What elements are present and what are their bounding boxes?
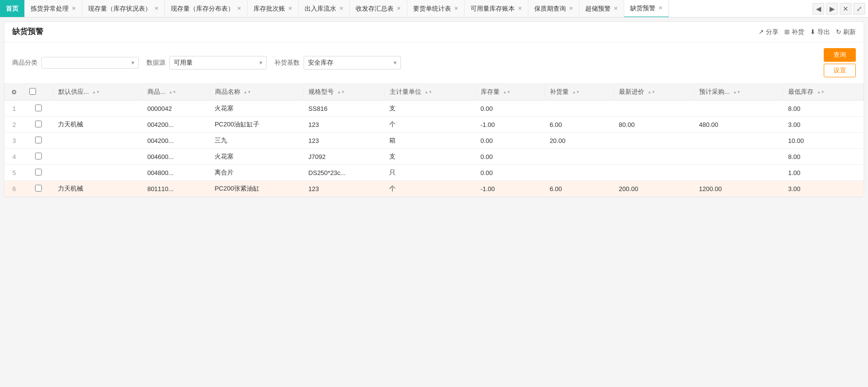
row-checkbox-2[interactable] xyxy=(35,121,42,127)
th-latest-price[interactable]: 最新进价 ▲▼ xyxy=(614,84,694,101)
share-button[interactable]: ↗ 分享 xyxy=(759,28,778,36)
row-product-name-2: PC200油缸缸子 xyxy=(210,117,304,133)
export-button[interactable]: ⬇ 导出 xyxy=(810,28,830,36)
table-header-row: ⚙ 默认供应... ▲▼ 商品... ▲▼ 商品名称 xyxy=(4,84,864,101)
nav-tab-expiry[interactable]: 保质期查询 ✕ xyxy=(528,0,579,18)
nav-tab-available[interactable]: 可用量库存账本 ✕ xyxy=(465,0,528,18)
th-stock[interactable]: 库存量 ▲▼ xyxy=(475,84,544,101)
close-shortage-tab[interactable]: ✕ xyxy=(658,5,663,11)
close-batch-tab[interactable]: ✕ xyxy=(288,5,292,12)
row-spec-1: SS816 xyxy=(304,101,385,117)
nav-tab-shortage[interactable]: 缺货预警 ✕ xyxy=(624,0,669,18)
table-row: 6 力天机械 801110... PC200张紧油缸 123 个 -1.00 6… xyxy=(4,181,864,197)
close-stock-status-tab[interactable]: ✕ xyxy=(154,5,159,12)
row-unit-1: 支 xyxy=(384,101,475,117)
row-latest-price-1 xyxy=(614,101,694,117)
row-spec-5: DS250*23c... xyxy=(304,165,385,181)
row-product-code-1: 0000042 xyxy=(143,101,210,117)
th-gear[interactable]: ⚙ xyxy=(4,84,24,101)
close-available-tab[interactable]: ✕ xyxy=(518,5,522,12)
settings-button[interactable]: 设置 xyxy=(824,64,856,77)
export-icon: ⬇ xyxy=(810,28,815,35)
th-product-code[interactable]: 商品... ▲▼ xyxy=(143,84,210,101)
spec-sort-icon: ▲▼ xyxy=(337,90,345,94)
replenish-basis-filter-group: 补货基数 安全库存 ▾ xyxy=(274,56,401,70)
refresh-button[interactable]: ↻ 刷新 xyxy=(836,28,856,36)
data-table: ⚙ 默认供应... ▲▼ 商品... ▲▼ 商品名称 xyxy=(4,84,864,197)
row-checkbox-4[interactable] xyxy=(35,153,42,159)
row-checkbox-1[interactable] xyxy=(35,105,42,111)
table-row: 3 004200... 三九 123 箱 0.00 20.00 10.00 xyxy=(4,133,864,149)
nav-tab-home[interactable]: 首页 xyxy=(0,0,25,18)
th-product-name[interactable]: 商品名称 ▲▼ xyxy=(210,84,304,101)
table-row: 2 力天机械 004200... PC200油缸缸子 123 个 -1.00 6… xyxy=(4,117,864,133)
row-checkbox-5[interactable] xyxy=(35,169,42,176)
nav-scroll-left[interactable]: ◀ xyxy=(813,3,824,15)
row-latest-price-6: 200.00 xyxy=(614,181,694,197)
row-spec-4: J7092 xyxy=(304,149,385,165)
category-filter-group: 商品分类 ▾ xyxy=(12,57,139,69)
replenish-button[interactable]: ⊞ 补货 xyxy=(784,28,804,36)
nav-tab-stock-status[interactable]: 现存量（库存状况表） ✕ xyxy=(82,0,165,18)
nav-close-all[interactable]: ✕ xyxy=(840,3,851,15)
datasource-chevron-icon: ▾ xyxy=(259,59,262,66)
row-stock-6: -1.00 xyxy=(475,181,544,197)
close-order-stat-tab[interactable]: ✕ xyxy=(454,5,458,12)
datasource-select[interactable]: 可用量 ▾ xyxy=(169,56,267,70)
row-num-3: 3 xyxy=(4,133,24,149)
nav-tab-unusual[interactable]: 拣货异常处理 ✕ xyxy=(25,0,82,18)
th-checkbox xyxy=(24,84,53,101)
header-actions: ↗ 分享 ⊞ 补货 ⬇ 导出 ↻ 刷新 xyxy=(759,28,856,36)
nav-tab-inout[interactable]: 出入库流水 ✕ xyxy=(299,0,350,18)
nav-tab-stock-dist[interactable]: 现存量（库存分布表） ✕ xyxy=(165,0,248,18)
row-min-stock-2: 3.00 xyxy=(783,117,864,133)
row-est-purchase-6: 1200.00 xyxy=(694,181,783,197)
row-latest-price-5 xyxy=(614,165,694,181)
th-unit[interactable]: 主计量单位 ▲▼ xyxy=(384,84,475,101)
nav-tab-order-stat[interactable]: 要货单统计表 ✕ xyxy=(407,0,465,18)
row-product-name-1: 火花塞 xyxy=(210,101,304,117)
row-supplier-3 xyxy=(53,133,142,149)
row-replenish-2: 6.00 xyxy=(545,117,614,133)
th-supplier[interactable]: 默认供应... ▲▼ xyxy=(53,84,142,101)
gear-icon[interactable]: ⚙ xyxy=(11,88,17,96)
row-product-name-4: 火花塞 xyxy=(210,149,304,165)
row-est-purchase-5 xyxy=(694,165,783,181)
close-unusual-tab[interactable]: ✕ xyxy=(72,5,76,12)
filter-actions: 查询 设置 xyxy=(824,48,856,77)
row-checkbox-3[interactable] xyxy=(35,137,42,143)
nav-tab-receipt[interactable]: 收发存汇总表 ✕ xyxy=(350,0,407,18)
replenish-basis-select[interactable]: 安全库存 ▾ xyxy=(304,56,401,70)
row-product-code-2: 004200... xyxy=(143,117,210,133)
row-stock-1: 0.00 xyxy=(475,101,544,117)
th-spec[interactable]: 规格型号 ▲▼ xyxy=(304,84,385,101)
row-checkbox-6[interactable] xyxy=(35,185,42,192)
category-select[interactable]: ▾ xyxy=(41,57,139,69)
row-product-name-6: PC200张紧油缸 xyxy=(210,181,304,197)
row-est-purchase-3 xyxy=(694,133,783,149)
close-stock-dist-tab[interactable]: ✕ xyxy=(237,5,241,12)
row-product-code-5: 004800... xyxy=(143,165,210,181)
datasource-filter-group: 数据源 可用量 ▾ xyxy=(146,56,267,70)
th-est-purchase[interactable]: 预计采购... ▲▼ xyxy=(694,84,783,101)
nav-fullscreen[interactable]: ⤢ xyxy=(853,3,865,15)
row-est-purchase-1 xyxy=(694,101,783,117)
nav-tab-overstock[interactable]: 超储预警 ✕ xyxy=(579,0,624,18)
th-min-stock[interactable]: 最低库存 ▲▼ xyxy=(783,84,864,101)
row-checkbox-cell-5 xyxy=(24,165,53,181)
query-button[interactable]: 查询 xyxy=(824,48,856,62)
nav-tab-batch[interactable]: 库存批次账 ✕ xyxy=(248,0,299,18)
close-overstock-tab[interactable]: ✕ xyxy=(614,5,618,12)
close-receipt-tab[interactable]: ✕ xyxy=(397,5,401,12)
close-inout-tab[interactable]: ✕ xyxy=(339,5,344,12)
row-supplier-6: 力天机械 xyxy=(53,181,142,197)
nav-scroll-right[interactable]: ▶ xyxy=(826,3,838,15)
th-replenish[interactable]: 补货量 ▲▼ xyxy=(545,84,614,101)
row-num-5: 5 xyxy=(4,165,24,181)
table-container: ⚙ 默认供应... ▲▼ 商品... ▲▼ 商品名称 xyxy=(4,84,864,197)
row-est-purchase-2: 480.00 xyxy=(694,117,783,133)
min-stock-sort-icon: ▲▼ xyxy=(817,90,825,94)
close-expiry-tab[interactable]: ✕ xyxy=(569,5,573,12)
row-latest-price-3 xyxy=(614,133,694,149)
select-all-checkbox[interactable] xyxy=(29,88,36,95)
